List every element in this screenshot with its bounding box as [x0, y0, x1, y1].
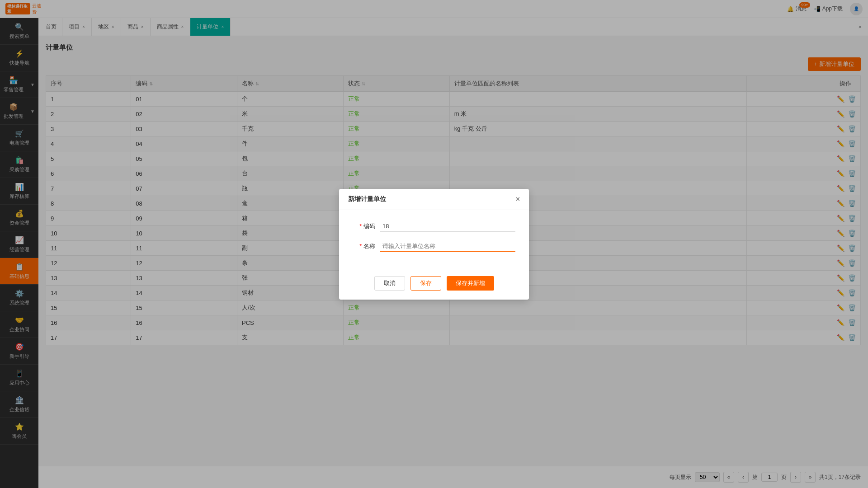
code-input[interactable] [380, 221, 515, 232]
dialog-close-button[interactable]: × [516, 195, 520, 203]
dialog-overlay[interactable]: 新增计量单位 × 编码 名称 取消 保存 保存并新增 [0, 0, 868, 488]
dialog-header: 新增计量单位 × [339, 189, 529, 210]
cancel-button[interactable]: 取消 [374, 276, 405, 291]
form-label-code: 编码 [353, 222, 375, 230]
save-and-new-button[interactable]: 保存并新增 [447, 276, 494, 291]
form-label-name: 名称 [353, 242, 375, 250]
form-row-code: 编码 [353, 221, 515, 232]
form-row-name: 名称 [353, 241, 515, 252]
dialog-body: 编码 名称 [339, 210, 529, 272]
name-input[interactable] [380, 241, 515, 252]
dialog-footer: 取消 保存 保存并新增 [339, 272, 529, 300]
save-button[interactable]: 保存 [410, 276, 441, 291]
add-unit-dialog: 新增计量单位 × 编码 名称 取消 保存 保存并新增 [339, 189, 529, 300]
dialog-title: 新增计量单位 [348, 195, 386, 203]
